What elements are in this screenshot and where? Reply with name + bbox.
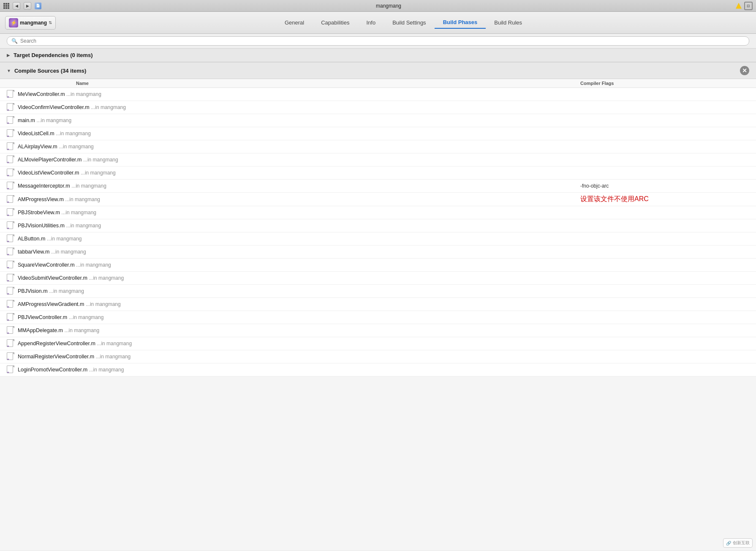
grid-menu-button[interactable] bbox=[3, 3, 9, 9]
file-name: AMProgressView.m ...in mangmang bbox=[18, 196, 580, 202]
tab-info[interactable]: Info bbox=[358, 17, 384, 28]
table-row[interactable]: m ALButton.m ...in mangmang bbox=[0, 232, 756, 245]
table-row[interactable]: m PBJStrobeView.m ...in mangmang bbox=[0, 206, 756, 219]
search-icon: 🔍 bbox=[11, 38, 18, 44]
table-row[interactable]: m VideoConfirmViewController.m ...in man… bbox=[0, 101, 756, 114]
file-name: NormalRegisterViewController.m ...in man… bbox=[18, 354, 580, 360]
file-name: PBJVision.m ...in mangmang bbox=[18, 288, 580, 294]
table-row[interactable]: m PBJVisionUtilities.m ...in mangmang bbox=[0, 219, 756, 232]
tab-bar: General Capabilities Info Build Settings… bbox=[56, 16, 751, 29]
file-name: ALButton.m ...in mangmang bbox=[18, 236, 580, 242]
file-icon: m bbox=[7, 352, 14, 361]
file-icon: m bbox=[7, 169, 14, 177]
file-name: AppendRegisterViewController.m ...in man… bbox=[18, 341, 580, 346]
file-icon: m bbox=[7, 116, 14, 125]
file-name: ALMoviePlayerController.m ...in mangmang bbox=[18, 157, 580, 163]
target-selector[interactable]: mangmang ⇅ bbox=[5, 16, 56, 30]
table-row[interactable]: m ALMoviePlayerController.m ...in mangma… bbox=[0, 153, 756, 166]
file-name: MeViewController.m ...in mangmang bbox=[18, 91, 580, 97]
table-row[interactable]: m VideoSubmitViewController.m ...in mang… bbox=[0, 272, 756, 285]
table-row[interactable]: m MMAppDelegate.m ...in mangmang bbox=[0, 324, 756, 337]
file-icon: m bbox=[7, 326, 14, 335]
tab-general[interactable]: General bbox=[276, 17, 313, 28]
file-icon: m bbox=[7, 208, 14, 217]
target-chevron-icon: ⇅ bbox=[49, 20, 52, 25]
table-row[interactable]: m SquareViewController.m ...in mangmang bbox=[0, 259, 756, 272]
file-icon: m bbox=[7, 90, 14, 98]
file-name: AMProgressViewGradient.m ...in mangmang bbox=[18, 301, 580, 307]
file-icon: m bbox=[7, 103, 14, 112]
back-button[interactable]: ◀ bbox=[13, 2, 20, 10]
watermark: 🔗 创新互联 bbox=[723, 538, 753, 548]
tab-build-rules[interactable]: Build Rules bbox=[486, 17, 530, 28]
table-row[interactable]: m PBJVision.m ...in mangmang bbox=[0, 285, 756, 298]
section-action: ✕ bbox=[740, 66, 749, 75]
file-icon: m bbox=[7, 300, 14, 308]
file-name: main.m ...in mangmang bbox=[18, 117, 580, 123]
section-target-dependencies[interactable]: ▶ Target Dependencies (0 items) bbox=[0, 49, 756, 62]
table-row[interactable]: m main.m ...in mangmang bbox=[0, 114, 756, 127]
table-row[interactable]: m AppendRegisterViewController.m ...in m… bbox=[0, 337, 756, 350]
section-compile-sources-title: Compile Sources (34 items) bbox=[14, 68, 87, 74]
file-icon: m bbox=[7, 155, 14, 164]
col-flags-header: Compiler Flags bbox=[580, 81, 749, 86]
section-compile-sources[interactable]: ▼ Compile Sources (34 items) ✕ bbox=[0, 62, 756, 79]
main-content: ▶ Target Dependencies (0 items) ▼ Compil… bbox=[0, 49, 756, 551]
file-name: VideoSubmitViewController.m ...in mangma… bbox=[18, 275, 580, 281]
warning-icon bbox=[736, 3, 742, 9]
search-wrapper[interactable]: 🔍 bbox=[7, 36, 749, 46]
remove-compile-sources-button[interactable]: ✕ bbox=[740, 66, 749, 75]
tab-capabilities[interactable]: Capabilities bbox=[313, 17, 358, 28]
file-icon: m bbox=[7, 313, 14, 322]
file-icon: m bbox=[7, 287, 14, 295]
file-name: SquareViewController.m ...in mangmang bbox=[18, 262, 580, 268]
title-bar-right: ⊟ bbox=[736, 2, 753, 10]
table-row[interactable]: m LoginPromotViewController.m ...in mang… bbox=[0, 363, 756, 376]
toolbar: mangmang ⇅ General Capabilities Info Bui… bbox=[0, 12, 756, 34]
file-name: VideoListViewController.m ...in mangmang bbox=[18, 170, 580, 176]
grid-icon bbox=[3, 3, 9, 9]
search-bar: 🔍 bbox=[0, 34, 756, 49]
title-bar: ◀ ▶ 📄 mangmang ⊟ bbox=[0, 0, 756, 12]
table-row[interactable]: m VideoListViewController.m ...in mangma… bbox=[0, 166, 756, 180]
file-name: tabbarView.m ...in mangmang bbox=[18, 249, 580, 255]
table-row[interactable]: m MessageInterceptor.m ...in mangmang -f… bbox=[0, 180, 756, 193]
window-title: mangmang bbox=[376, 3, 401, 9]
col-name-header: Name bbox=[76, 81, 580, 86]
title-bar-center: mangmang bbox=[45, 3, 732, 9]
tab-build-settings[interactable]: Build Settings bbox=[384, 17, 435, 28]
table-row[interactable]: m MeViewController.m ...in mangmang bbox=[0, 88, 756, 101]
table-row[interactable]: m VideoListCell.m ...in mangmang bbox=[0, 127, 756, 140]
file-name: PBJViewController.m ...in mangmang bbox=[18, 314, 580, 320]
search-input[interactable] bbox=[20, 38, 745, 44]
table-row[interactable]: m AMProgressView.m ...in mangmang 设置该文件不… bbox=[0, 193, 756, 206]
table-row[interactable]: m tabbarView.m ...in mangmang bbox=[0, 245, 756, 259]
compile-sources-file-list: Name Compiler Flags m MeViewController.m… bbox=[0, 79, 756, 376]
table-row[interactable]: m AMProgressViewGradient.m ...in mangman… bbox=[0, 298, 756, 311]
table-row[interactable]: m ALAirplayView.m ...in mangmang bbox=[0, 140, 756, 153]
arc-annotation: 设置该文件不使用ARC bbox=[580, 195, 749, 204]
file-icon: m bbox=[7, 142, 14, 151]
file-icon: m bbox=[7, 235, 14, 243]
tab-build-phases[interactable]: Build Phases bbox=[435, 16, 486, 29]
file-name: PBJVisionUtilities.m ...in mangmang bbox=[18, 223, 580, 229]
table-row[interactable]: m PBJViewController.m ...in mangmang bbox=[0, 311, 756, 324]
file-name: PBJStrobeView.m ...in mangmang bbox=[18, 210, 580, 215]
watermark-icon: 🔗 bbox=[726, 541, 731, 546]
compiler-flags: -fno-objc-arc bbox=[580, 183, 749, 189]
file-name: VideoConfirmViewController.m ...in mangm… bbox=[18, 104, 580, 110]
forward-button[interactable]: ▶ bbox=[24, 2, 31, 10]
panel-toggle-button[interactable]: ⊟ bbox=[744, 2, 753, 10]
table-row[interactable]: m NormalRegisterViewController.m ...in m… bbox=[0, 350, 756, 363]
file-list-header: Name Compiler Flags bbox=[0, 79, 756, 88]
watermark-text: 创新互联 bbox=[733, 540, 750, 546]
file-icon: m bbox=[7, 366, 14, 374]
file-name: MessageInterceptor.m ...in mangmang bbox=[18, 183, 580, 189]
project-file-icon: 📄 bbox=[35, 3, 41, 9]
file-name: LoginPromotViewController.m ...in mangma… bbox=[18, 367, 580, 373]
file-icon: m bbox=[7, 339, 14, 348]
file-name: MMAppDelegate.m ...in mangmang bbox=[18, 327, 580, 333]
file-icon: m bbox=[7, 182, 14, 190]
file-icon: m bbox=[7, 195, 14, 204]
file-icon: m bbox=[7, 129, 14, 138]
